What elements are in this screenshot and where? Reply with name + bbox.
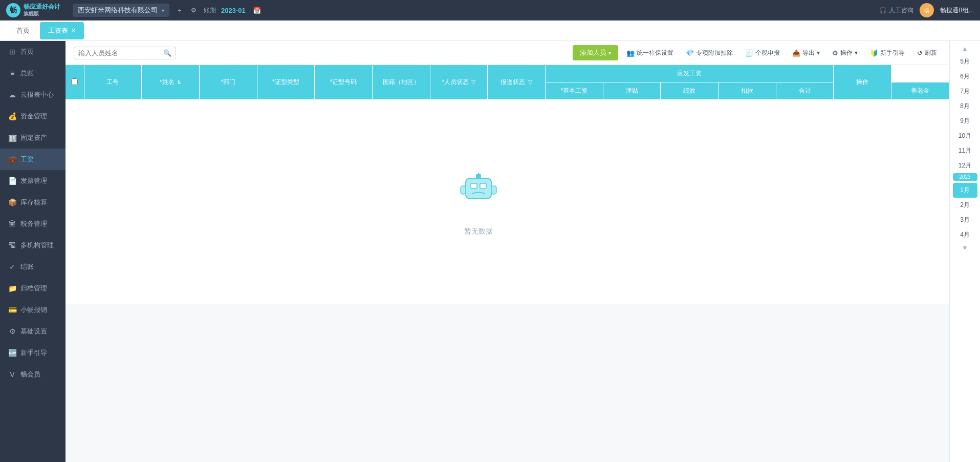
logo-text-block: 畅应通好会计 旗舰版 [24,3,60,17]
th-salary-group: 应发工资 [546,65,834,82]
sidebar-item-funds[interactable]: 💰 资金管理 [0,106,66,127]
th-nationality: 国籍（地区） [372,65,430,99]
payroll-table: 工号 *姓名 ⇅ *部门 *证型类型 *证型号码 国籍（地区） *人员状态 ▽ … [66,65,949,304]
current-year-badge: 2023 [953,173,977,181]
user-avatar: 畅 [920,3,934,17]
sidebar-item-settings[interactable]: ⚙ 基础设置 [0,321,66,342]
sidebar-label-guide: 新手引导 [20,348,47,358]
special-deduction-btn[interactable]: 💎 专项附加扣除 [682,47,737,59]
report-icon: ☁ [8,91,16,99]
sidebar-item-report[interactable]: ☁ 云报表中心 [0,84,66,106]
search-box: 🔍 [74,47,176,59]
user-service-btn[interactable]: 🎧 人工咨询 [879,6,913,15]
operations-btn[interactable]: ⚙ 操作 ▾ [828,47,862,59]
sidebar-item-invoice[interactable]: 📄 发票管理 [0,170,66,192]
th-cert-type: *证型类型 [257,65,315,99]
sidebar-label-expense: 小畅报销 [20,305,47,314]
sidebar-item-guide[interactable]: 🆕 新手引导 [0,342,66,364]
export-icon: 📤 [792,49,800,57]
month-8[interactable]: 8月 [953,99,977,114]
month-4[interactable]: 4月 [953,227,977,242]
refresh-label: 刷新 [925,49,937,57]
month-5[interactable]: 5月 [953,54,977,69]
newguide-icon: 🔰 [870,49,878,57]
svg-rect-0 [466,178,491,199]
settle-icon: ✓ [8,263,16,271]
sidebar-item-ledger[interactable]: ≡ 总账 [0,62,66,84]
sidebar-label-ledger: 总账 [20,69,34,78]
month-up-arrow[interactable]: ▲ [960,43,970,54]
month-2[interactable]: 2月 [953,198,977,213]
month-3[interactable]: 3月 [953,213,977,227]
add-company-btn[interactable]: ＋ [175,5,185,16]
newguide-btn[interactable]: 🔰 新手引导 [866,47,909,59]
invoice-icon: 📄 [8,177,16,185]
tab-home[interactable]: 首页 [8,22,38,39]
sidebar-item-archive[interactable]: 📁 归档管理 [0,278,66,299]
sidebar-item-multi[interactable]: 🏗 多机构管理 [0,235,66,256]
search-input[interactable] [78,49,160,57]
sidebar-item-expense[interactable]: 💳 小畅报销 [0,299,66,321]
operations-label: 操作 [840,49,853,57]
logo-area: 畅 畅应通好会计 旗舰版 [6,3,68,17]
svg-rect-1 [471,183,477,188]
user-service-label: 人工咨询 [889,6,913,15]
settings-btn[interactable]: ⚙ [189,6,199,15]
ledger-icon: ≡ [8,69,16,77]
month-1[interactable]: 1月 [953,183,977,198]
search-icon: 🔍 [163,49,171,57]
sidebar-item-assets[interactable]: 🏢 固定资产 [0,127,66,149]
period-value: 2023-01 [221,7,246,14]
tab-close-btn[interactable]: ✕ [71,27,76,34]
month-down-arrow[interactable]: ▼ [960,242,970,254]
month-7[interactable]: 7月 [953,84,977,99]
table-header-row1: 工号 *姓名 ⇅ *部门 *证型类型 *证型号码 国籍（地区） *人员状态 ▽ … [66,65,949,82]
sidebar-label-report: 云报表中心 [20,90,54,99]
sidebar-item-settle[interactable]: ✓ 结账 [0,256,66,278]
refresh-btn[interactable]: ↺ 刷新 [913,47,941,59]
sidebar-item-home[interactable]: ⊞ 首页 [0,41,66,62]
member-icon: V [8,370,16,379]
svg-rect-5 [461,186,466,194]
company-name: 西安虾米网络科技有限公司 [78,6,158,15]
month-panel: ▲ 5月 6月 7月 8月 9月 10月 11月 12月 2023 1月 2月 … [949,41,980,462]
select-all-checkbox[interactable] [71,78,78,85]
sidebar-item-member[interactable]: V 畅会员 [0,364,66,385]
sidebar-label-payroll: 工资 [20,155,34,164]
special-icon: 💎 [686,49,694,57]
sidebar-label-tax: 税务管理 [20,219,47,228]
top-header: 畅 畅应通好会计 旗舰版 西安虾米网络科技有限公司 ▾ ＋ ⚙ 账期 2023-… [0,0,980,20]
add-person-dropdown-arrow: ▾ [608,50,611,56]
sidebar-label-member: 畅会员 [20,370,40,379]
tax-icon: 🏛 [8,220,16,228]
tab-payroll[interactable]: 工资表 ✕ [40,22,84,39]
th-cert-no: *证型号码 [315,65,373,99]
header-actions: ＋ ⚙ [175,5,199,16]
month-11[interactable]: 11月 [953,143,977,158]
sidebar-label-multi: 多机构管理 [20,241,54,250]
calendar-icon[interactable]: 📅 [253,7,261,14]
home-icon: ⊞ [8,48,16,56]
sidebar-item-inventory[interactable]: 📦 库存核算 [0,192,66,213]
month-12[interactable]: 12月 [953,158,977,173]
month-10[interactable]: 10月 [953,129,977,143]
expense-icon: 💳 [8,306,16,314]
th-person-status: *人员状态 ▽ [430,65,488,99]
company-selector[interactable]: 西安虾米网络科技有限公司 ▾ [73,4,169,17]
month-9[interactable]: 9月 [953,114,977,129]
sidebar-label-invoice: 发票管理 [20,176,47,185]
social-insurance-btn[interactable]: 👥 统一社保设置 [622,47,678,59]
sidebar-item-payroll[interactable]: 💼 工资 [0,149,66,170]
payroll-icon: 💼 [8,155,16,163]
th-checkbox [66,65,84,99]
user-area: 🎧 人工咨询 畅 畅搜通B组... [879,3,974,17]
month-6[interactable]: 6月 [953,69,977,84]
sidebar-label-assets: 固定资产 [20,133,47,142]
add-person-btn[interactable]: 添加人员 ▾ [573,45,618,60]
empty-row: 暂无数据 [66,99,949,304]
sidebar-item-tax[interactable]: 🏛 税务管理 [0,213,66,235]
tax-report-btn[interactable]: 🧾 个税申报 [741,47,784,59]
empty-robot-icon [458,168,499,219]
app-title: 畅应通好会计 [24,3,60,10]
export-btn[interactable]: 📤 导出 ▾ [788,47,824,59]
